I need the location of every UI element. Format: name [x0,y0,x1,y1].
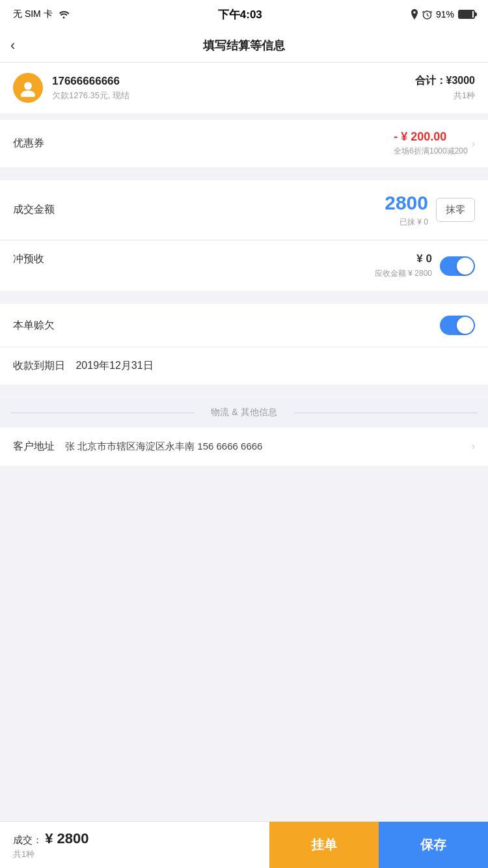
bottom-count: 共1种 [13,848,256,860]
chongyu-sub: 应收金额 ¥ 2800 [375,268,432,279]
status-right: 91% [411,9,475,20]
due-date-value: 2019年12月31日 [75,360,153,371]
coupon-row[interactable]: 优惠券 - ¥ 200.00 全场6折满1000减200 › [0,120,488,167]
section-divider-2 [0,297,488,304]
deal-amount-value: 2800 [385,192,428,214]
benshen-section: 本单赊欠 收款到期日 2019年12月31日 [0,304,488,385]
chongyu-amount-col: ¥ 0 应收金额 ¥ 2800 [375,252,432,279]
coupon-label: 优惠券 [13,137,44,150]
sim-label: 无 SIM 卡 [13,8,53,20]
toggle-knob [457,258,474,275]
benshen-toggle-knob [457,317,474,334]
total-count: 共1种 [415,90,476,102]
svg-point-1 [24,82,32,90]
benshen-row: 本单赊欠 [0,304,488,347]
battery-icon [458,10,475,19]
bottom-deal-amount: ¥ 2800 [45,830,88,847]
due-date-row: 收款到期日 2019年12月31日 [0,347,488,385]
bottom-deal-label: 成交： [13,834,42,845]
gray-filler [0,466,488,544]
user-sub: 欠款1276.35元, 现结 [52,90,129,102]
chongyu-amount: ¥ 0 [375,252,432,265]
status-bar: 无 SIM 卡 下午4:03 91% [0,0,488,29]
user-right: 合计：¥3000 共1种 [415,74,476,102]
section-divider-3 [0,391,488,398]
status-time: 下午4:03 [218,7,262,22]
deal-amount-col: 2800 已抹 ¥ 0 [385,192,428,228]
svg-point-2 [21,90,35,97]
user-phone: 17666666666 [52,75,129,88]
logistics-header: 物流 & 其他信息 [0,398,488,427]
bottom-deal-line: 成交： ¥ 2800 [13,830,256,847]
back-button[interactable]: ‹ [10,37,15,54]
address-label: 客户地址 [13,440,55,454]
status-left: 无 SIM 卡 [13,8,70,20]
logistics-header-text: 物流 & 其他信息 [211,407,277,418]
avatar [13,73,43,103]
section-divider-1 [0,174,488,180]
due-date-label: 收款到期日 2019年12月31日 [13,359,154,373]
deal-amount-sub: 已抹 ¥ 0 [385,217,428,228]
total-amount: 合计：¥3000 [415,74,476,88]
deal-amount-row: 成交金额 2800 已抹 ¥ 0 抹零 [0,180,488,240]
hang-button[interactable]: 挂单 [269,822,379,869]
benshen-label: 本单赊欠 [13,319,55,332]
address-value: 张 北京市市辖区海淀区永丰南 156 6666 6666 [65,439,472,454]
coupon-desc: 全场6折满1000减200 [394,146,467,157]
deal-amount-right: 2800 已抹 ¥ 0 抹零 [385,192,475,228]
battery-percent: 91% [436,9,454,20]
alarm-icon [422,10,432,20]
deal-amount-section: 成交金额 2800 已抹 ¥ 0 抹零 冲预收 ¥ 0 应收金额 ¥ 2800 [0,180,488,291]
coupon-discount: - ¥ 200.00 [394,130,467,144]
chevron-right-icon: › [472,138,475,150]
bottom-summary: 成交： ¥ 2800 共1种 [0,830,269,860]
address-row[interactable]: 客户地址 张 北京市市辖区海淀区永丰南 156 6666 6666 › [0,427,488,466]
save-button[interactable]: 保存 [379,822,488,869]
address-chevron-icon: › [472,441,475,452]
deal-amount-label: 成交金额 [13,203,55,217]
coupon-right: - ¥ 200.00 全场6折满1000减200 › [394,130,475,157]
page-title: 填写结算等信息 [203,38,285,53]
nav-bar: ‹ 填写结算等信息 [0,29,488,62]
coupon-info: - ¥ 200.00 全场6折满1000减200 [394,130,467,157]
chongyu-toggle[interactable] [440,256,475,276]
benshen-toggle[interactable] [440,316,475,335]
chongyu-right: ¥ 0 应收金额 ¥ 2800 [375,252,475,279]
location-icon [411,9,418,20]
user-card: 17666666666 欠款1276.35元, 现结 合计：¥3000 共1种 [0,62,488,113]
user-info: 17666666666 欠款1276.35元, 现结 [52,75,129,102]
content: 17666666666 欠款1276.35元, 现结 合计：¥3000 共1种 … [0,62,488,596]
user-left: 17666666666 欠款1276.35元, 现结 [13,73,129,103]
wifi-icon [58,10,70,19]
fuzero-button[interactable]: 抹零 [436,198,475,222]
chongyu-label: 冲预收 [13,252,44,266]
chongyu-row: 冲预收 ¥ 0 应收金额 ¥ 2800 [0,240,488,291]
bottom-bar: 成交： ¥ 2800 共1种 挂单 保存 [0,821,488,868]
